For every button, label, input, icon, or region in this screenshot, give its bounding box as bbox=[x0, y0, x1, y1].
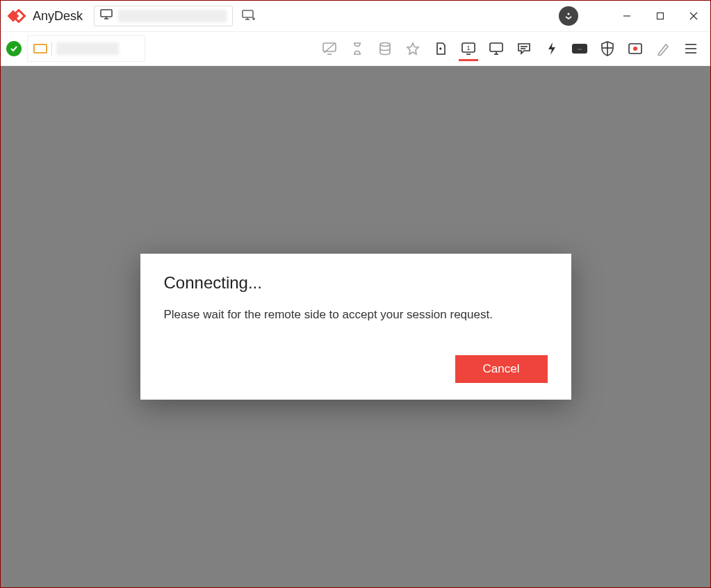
monitor-settings-icon[interactable] bbox=[482, 35, 510, 63]
new-session-button[interactable] bbox=[237, 6, 261, 26]
svg-point-18 bbox=[380, 43, 390, 47]
svg-point-28 bbox=[574, 46, 575, 47]
keyboard-icon[interactable] bbox=[566, 35, 594, 63]
dialog-actions: Cancel bbox=[164, 355, 548, 383]
dialog-message: Please wait for the remote side to accep… bbox=[164, 308, 548, 322]
anydesk-logo-icon bbox=[6, 8, 27, 24]
close-button[interactable] bbox=[677, 1, 710, 31]
privacy-screen-icon bbox=[316, 35, 343, 63]
svg-point-10 bbox=[568, 13, 570, 15]
session-label-redacted bbox=[56, 42, 119, 55]
title-bar: AnyDesk bbox=[1, 1, 710, 31]
remote-viewport: Connecting... Please wait for the remote… bbox=[1, 66, 710, 587]
hamburger-menu-icon[interactable] bbox=[677, 35, 705, 63]
svg-rect-12 bbox=[657, 13, 664, 19]
database-icon bbox=[371, 35, 399, 63]
svg-rect-5 bbox=[243, 10, 253, 17]
app-title: AnyDesk bbox=[33, 9, 83, 24]
svg-text:1: 1 bbox=[466, 44, 470, 51]
tab-label-redacted bbox=[118, 10, 227, 22]
connection-status-icon bbox=[6, 41, 22, 56]
svg-point-38 bbox=[633, 47, 637, 51]
separator bbox=[51, 42, 52, 56]
monitor-icon bbox=[100, 9, 113, 23]
session-monitor-icon bbox=[33, 44, 47, 54]
svg-point-31 bbox=[582, 46, 584, 47]
maximize-button[interactable] bbox=[644, 1, 677, 31]
session-tab-header[interactable] bbox=[94, 6, 233, 26]
record-icon[interactable] bbox=[621, 35, 649, 63]
window-controls bbox=[610, 1, 710, 31]
display-select-icon[interactable]: 1 bbox=[455, 35, 482, 63]
session-toolbar: 1 bbox=[1, 31, 710, 66]
app-window: AnyDesk bbox=[0, 0, 711, 588]
cancel-button[interactable]: Cancel bbox=[455, 355, 548, 383]
permissions-icon[interactable] bbox=[594, 35, 621, 63]
toolbar-icons: 1 bbox=[316, 35, 705, 63]
svg-rect-22 bbox=[490, 43, 502, 51]
svg-rect-34 bbox=[577, 49, 582, 50]
svg-point-33 bbox=[584, 49, 585, 50]
svg-point-30 bbox=[580, 46, 581, 47]
connecting-dialog: Connecting... Please wait for the remote… bbox=[140, 254, 571, 400]
active-session-tab[interactable] bbox=[27, 35, 145, 62]
svg-point-32 bbox=[574, 49, 575, 50]
star-icon bbox=[399, 35, 427, 63]
menu-dropdown-button[interactable] bbox=[559, 6, 578, 26]
dialog-title: Connecting... bbox=[164, 273, 548, 293]
svg-point-29 bbox=[577, 46, 578, 47]
actions-icon[interactable] bbox=[538, 35, 566, 63]
file-transfer-icon[interactable] bbox=[427, 35, 455, 63]
minimize-button[interactable] bbox=[610, 1, 644, 31]
whiteboard-icon bbox=[649, 35, 677, 63]
hourglass-icon bbox=[343, 35, 371, 63]
svg-rect-2 bbox=[101, 10, 112, 17]
chat-icon[interactable] bbox=[510, 35, 538, 63]
logo-area: AnyDesk bbox=[6, 8, 83, 24]
